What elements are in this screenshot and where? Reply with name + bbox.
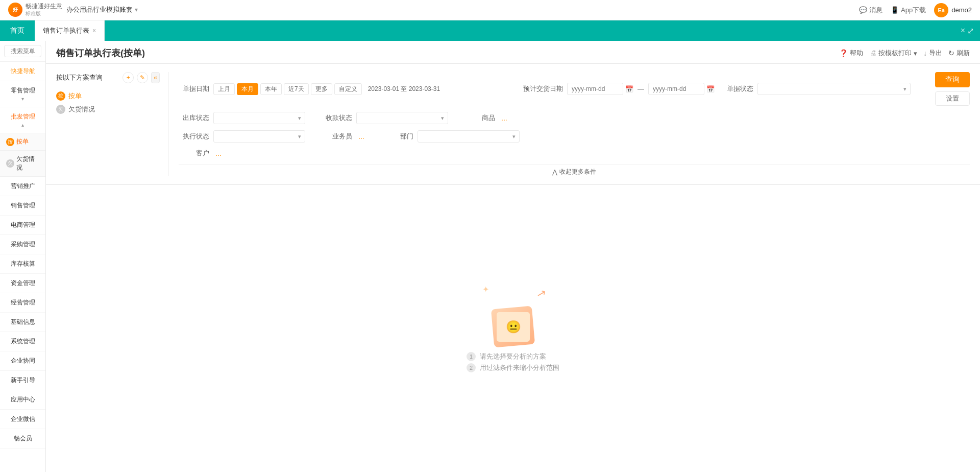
tip1-text: 请先选择要分析的方案 [480,352,546,361]
date-last-month-btn[interactable]: 上月 [213,83,235,95]
export-label: 导出 [929,49,942,58]
filter-panel: 按以下方案查询 + ✎ « [46,64,980,185]
export-button[interactable]: ↓ 导出 [923,49,942,58]
logo-area: 好 畅捷通好生意 标准版 [8,3,62,17]
sidebar-item-retail[interactable]: 零售管理 ▾ [0,81,45,107]
sidebar-item-basic[interactable]: 基础信息 [0,313,45,332]
edit-scheme-button[interactable]: ✎ [137,72,148,83]
forecast-end-input[interactable] [648,83,704,95]
add-icon: + [127,74,130,81]
collapse-panel-button[interactable]: « [151,72,160,83]
message-button[interactable]: 💬 消息 [859,6,883,15]
tab-sales-order[interactable]: 销售订单执行表 × [35,20,105,41]
filter-right: 单据日期 上月 本月 本年 近7天 更多 自定义 20 [168,72,970,176]
table-area: 😐 ↗ ✦ 1 请先选择要分析的方案 2 用过滤条件来缩小分析范围 [46,185,980,472]
sidebar-item-inventory[interactable]: 库存核算 [0,254,45,274]
outbound-select[interactable] [213,112,305,124]
collection-select[interactable] [356,112,448,124]
top-bar: 好 畅捷通好生意 标准版 办公用品行业模拟账套 ▾ 💬 消息 📱 App下载 E… [0,0,980,20]
tip1-num: 1 [467,352,476,361]
date-range-text: 2023-03-01 至 2023-03-31 [368,85,440,93]
sidebar-item-ecommerce[interactable]: 电商管理 [0,216,45,235]
date-custom-btn[interactable]: 自定义 [334,83,362,95]
exec-select[interactable] [213,130,305,143]
filter-field-outbound: 出库状态 [179,112,305,124]
date-this-year-btn[interactable]: 本年 [260,83,282,95]
sidebar-item-marketing[interactable]: 营销推广 [0,177,45,196]
empty-box-inner: 😐 [497,312,530,342]
tab-home[interactable]: 首页 [0,20,35,41]
filter-field-status: 单据状态 [723,83,911,95]
filter-left: 按以下方案查询 + ✎ « [56,72,168,176]
collapse-more-button[interactable]: ⋀ 收起更多条件 [179,164,970,176]
refresh-icon: ↻ [948,49,954,57]
scheme-name: 按单 [68,91,82,101]
filter-scheme-press[interactable]: 按 按单 [56,89,160,103]
owe-label: 欠货情况 [68,105,95,114]
window-maximize-icon[interactable]: ⤢ [967,26,974,36]
collapse-label: 收起更多条件 [559,168,596,176]
forecast-start-input[interactable] [567,83,623,95]
sidebar-item-inventory-label: 库存核算 [11,259,35,268]
dept-select[interactable] [418,130,520,143]
search-input[interactable] [4,45,41,57]
sidebar-item-vip[interactable]: 畅会员 [0,429,45,449]
user-area[interactable]: Ea demo2 [934,3,972,17]
sidebar-item-wechat[interactable]: 企业微信 [0,410,45,429]
empty-state: 😐 ↗ ✦ 1 请先选择要分析的方案 2 用过滤条件来缩小分析范围 [467,285,559,372]
sidebar-item-system[interactable]: 系统管理 [0,332,45,351]
sidebar-item-purchase-label: 采购管理 [11,240,35,249]
filter-field-product: 商品 ... [464,113,509,123]
print-arrow-icon: ▾ [914,50,917,57]
sub-icon-owe: 欠 [6,159,14,168]
sidebar-item-appstore[interactable]: 应用中心 [0,390,45,410]
date-this-month-btn[interactable]: 本月 [237,83,258,95]
filter-row-4: 客户 ... [179,149,970,158]
filter-scheme-owe[interactable]: 欠 欠货情况 [56,103,160,116]
sidebar-item-system-label: 系统管理 [11,337,35,346]
sidebar-item-enterprise-label: 企业协同 [11,357,35,365]
app-download-button[interactable]: 📱 App下载 [891,6,926,15]
sidebar-item-finance[interactable]: 资金管理 [0,274,45,293]
customer-label: 客户 [179,149,209,158]
sidebar-item-operation[interactable]: 经营管理 [0,293,45,313]
app-download-label: App下载 [901,6,926,15]
sidebar-wholesale-sub: 按 按单 欠 欠货情况 [0,133,45,177]
sidebar-sub-item-press[interactable]: 按 按单 [0,133,45,151]
date-range-separator: — [635,85,646,93]
sidebar-item-appstore-label: 应用中心 [11,395,35,404]
add-scheme-button[interactable]: + [122,72,134,83]
sidebar-item-wechat-label: 企业微信 [11,415,35,423]
filter-row-1: 单据日期 上月 本月 本年 近7天 更多 自定义 20 [179,72,970,106]
empty-tips: 1 请先选择要分析的方案 2 用过滤条件来缩小分析范围 [467,352,559,372]
help-button[interactable]: ❓ 帮助 [839,49,863,58]
sidebar-item-purchase[interactable]: 采购管理 [0,235,45,254]
sidebar-item-enterprise[interactable]: 企业协同 [0,351,45,371]
sidebar-quick-nav: 快捷导航 [0,62,45,81]
forecast-cal-icon: 📅 [625,85,633,93]
product-dots[interactable]: ... [499,114,509,122]
customer-dots[interactable]: ... [213,149,224,157]
date-more-btn[interactable]: 更多 [311,83,332,95]
sidebar-item-quick-nav[interactable]: 快捷导航 [0,64,45,79]
status-select[interactable] [757,83,911,95]
collapse-up-icon: ⋀ [552,169,557,176]
search-button[interactable]: 查询 [935,72,970,87]
sidebar-item-sales[interactable]: 销售管理 [0,196,45,216]
sidebar-sub-item-owe[interactable]: 欠 欠货情况 [0,151,45,177]
print-button[interactable]: 🖨 按模板打印 ▾ [869,49,917,58]
print-label: 按模板打印 [878,49,912,58]
settings-button[interactable]: 设置 [935,91,970,106]
sidebar-item-wholesale[interactable]: 批发管理 ▴ [0,107,45,133]
date-7days-btn[interactable]: 近7天 [284,83,309,95]
sidebar-item-guide[interactable]: 新手引导 [0,371,45,390]
date-group: 上月 本月 本年 近7天 更多 自定义 2023-03-01 至 2023-03… [213,83,440,95]
refresh-label: 刷新 [957,49,970,58]
salesman-dots[interactable]: ... [356,132,366,140]
logo-badge: 标准版 [26,10,62,17]
collapse-icon: « [154,74,157,81]
scheme-icon: 按 [56,91,65,101]
tab-close-icon[interactable]: × [92,27,96,34]
window-close-icon[interactable]: × [961,26,965,35]
refresh-button[interactable]: ↻ 刷新 [948,49,970,58]
